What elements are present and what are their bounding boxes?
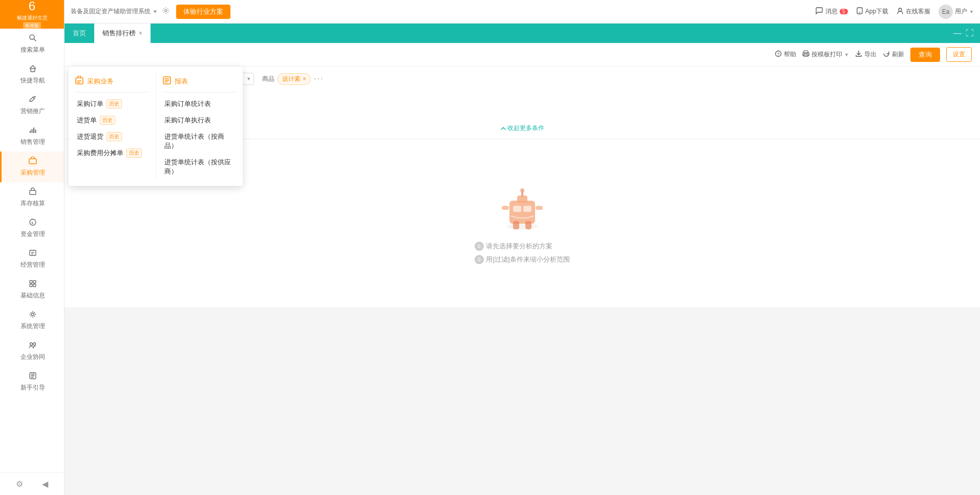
solution-button[interactable]: 体验行业方案 [176, 5, 230, 19]
sidebar-item-quicknav[interactable]: 快捷导航 [0, 59, 64, 90]
purchase-col-title: 采购业务 [87, 77, 114, 86]
purchase-col-header: 采购业务 [75, 73, 150, 93]
sidebar-item-enterprise[interactable]: 企业协同 [0, 336, 64, 367]
message-icon [815, 7, 823, 16]
help-icon: ? [775, 50, 782, 59]
refresh-btn[interactable]: 刷新 [883, 50, 904, 59]
svg-rect-30 [804, 54, 808, 56]
svg-rect-14 [30, 281, 32, 283]
user-label: 用户 [955, 7, 967, 16]
sidebar-item-label: 销售管理 [20, 138, 45, 146]
svg-line-1 [34, 39, 36, 41]
sidebar-item-operations[interactable]: 经营管理 [0, 244, 64, 274]
menu-item-incoming[interactable]: 进货单 历史 [75, 112, 150, 128]
tab-close-icon[interactable]: × [139, 30, 142, 37]
search-nav-icon [29, 34, 37, 44]
export-btn[interactable]: 导出 [855, 50, 877, 59]
svg-rect-11 [30, 250, 36, 255]
toolbar: ? 帮助 按模板打印 ▼ 导出 刷新 查询 设置 [65, 43, 980, 67]
system-title-area[interactable]: 装备及固定资产辅助管理系统 ▼ [71, 7, 158, 16]
reports-col-header: 报表 [162, 73, 237, 93]
sidebar-item-basic[interactable]: 基础信息 [0, 274, 64, 305]
sidebar-item-label: 营销推广 [20, 107, 45, 116]
sidebar-item-newbie[interactable]: 新手引导 [0, 367, 64, 397]
svg-rect-7 [29, 159, 36, 164]
svg-text:?: ? [777, 52, 780, 57]
svg-point-24 [859, 12, 860, 13]
goods-more-btn[interactable]: ··· [314, 74, 324, 83]
goods-label: 商品 [262, 75, 274, 83]
svg-rect-8 [30, 190, 36, 195]
purchase-business-col: 采购业务 采购订单 历史 进货单 历史 进货退货 历史 采购费用分摊单 历史 [69, 73, 156, 180]
svg-rect-32 [509, 201, 535, 224]
sidebar-item-finance[interactable]: ¥ 资金管理 [0, 213, 64, 244]
sidebar-item-sales[interactable]: 销售管理 [0, 121, 64, 152]
tab-actions: — ⛶ [953, 29, 980, 38]
menu-item-purchase-order[interactable]: 采购订单 历史 [75, 96, 150, 112]
settings-button[interactable]: 设置 [946, 47, 972, 62]
print-icon [802, 50, 809, 59]
message-btn[interactable]: 消息 5 [815, 7, 848, 16]
reports-col: 报表 采购订单统计表 采购订单执行表 进货单统计表（按商品） 进货单统计表（按供… [156, 73, 243, 180]
menu-item-expense[interactable]: 采购费用分摊单 历史 [75, 145, 150, 161]
svg-point-31 [507, 223, 538, 229]
query-button[interactable]: 查询 [910, 48, 940, 62]
enterprise-icon [29, 341, 37, 351]
svg-rect-41 [525, 221, 531, 229]
sidebar-logo: 6 畅捷通好生意 标准版 [0, 0, 64, 29]
sidebar-settings-icon[interactable]: ⚙ [16, 479, 23, 489]
menu-item-return[interactable]: 进货退货 历史 [75, 128, 150, 145]
home-icon [29, 64, 37, 75]
history-tag-4: 历史 [126, 148, 142, 158]
svg-point-20 [33, 343, 36, 346]
goods-tag-remove[interactable]: × [303, 75, 306, 82]
user-dropdown-icon: ▼ [969, 9, 974, 14]
history-tag-2: 历史 [100, 116, 115, 125]
service-btn[interactable]: 在线客服 [897, 7, 930, 16]
reports-col-icon [162, 76, 172, 87]
menu-item-goods-stats[interactable]: 进货单统计表（按商品） [162, 128, 237, 154]
empty-icon [492, 180, 553, 231]
tip-2: 用[过滤]条件来缩小分析范围 [486, 253, 569, 266]
logo-title: 畅捷通好生意 [17, 14, 48, 21]
marketing-icon [29, 95, 37, 105]
svg-point-25 [899, 8, 902, 11]
tab-sales-ranking-label: 销售排行榜 [102, 29, 136, 38]
menu-item-order-exec[interactable]: 采购订单执行表 [162, 112, 237, 128]
menu-item-order-stats[interactable]: 采购订单统计表 [162, 96, 237, 112]
menu-item-supplier-stats[interactable]: 进货单统计表（按供应商） [162, 154, 237, 180]
user-area[interactable]: Ea 用户 ▼ [939, 5, 974, 19]
sidebar-item-purchase[interactable]: 采购管理 [0, 152, 64, 182]
expense-label: 采购费用分摊单 [77, 148, 123, 158]
app-download-btn[interactable]: App下载 [856, 7, 888, 16]
tab-sales-ranking[interactable]: 销售排行榜 × [94, 24, 151, 43]
incoming-label: 进货单 [77, 116, 97, 125]
message-label: 消息 [825, 7, 838, 16]
fullscreen-icon[interactable]: ⛶ [966, 29, 974, 38]
sidebar-item-stock[interactable]: 库存核算 [0, 182, 64, 213]
history-tag-1: 历史 [106, 99, 122, 109]
return-label: 进货退货 [77, 132, 103, 141]
history-tag-3: 历史 [106, 132, 122, 141]
minimize-icon[interactable]: — [953, 29, 962, 38]
sidebar-collapse-icon[interactable]: ◀ [42, 479, 48, 489]
tab-home[interactable]: 首页 [65, 24, 94, 43]
sidebar-item-label: 搜索菜单 [20, 46, 45, 54]
stock-icon [29, 187, 37, 198]
basic-icon [29, 279, 37, 290]
sidebar-item-label: 系统管理 [20, 322, 45, 331]
sidebar-item-label: 资金管理 [20, 230, 45, 239]
collapse-btn[interactable]: 收起更多条件 [500, 124, 544, 133]
settings-icon[interactable] [162, 7, 170, 17]
sidebar-item-system[interactable]: 系统管理 [0, 305, 64, 336]
sidebar-item-label: 基础信息 [20, 291, 45, 300]
print-btn[interactable]: 按模板打印 ▼ [802, 50, 849, 59]
sidebar-item-label: 经营管理 [20, 261, 45, 269]
svg-rect-16 [30, 284, 32, 287]
help-btn[interactable]: ? 帮助 [775, 50, 796, 59]
purchase-icon [29, 157, 37, 167]
sidebar-item-search[interactable]: 搜索菜单 [0, 29, 64, 59]
service-label: 在线客服 [906, 7, 930, 16]
sidebar-item-marketing[interactable]: 营销推广 [0, 90, 64, 121]
dropdown-columns: 采购业务 采购订单 历史 进货单 历史 进货退货 历史 采购费用分摊单 历史 [69, 73, 243, 180]
